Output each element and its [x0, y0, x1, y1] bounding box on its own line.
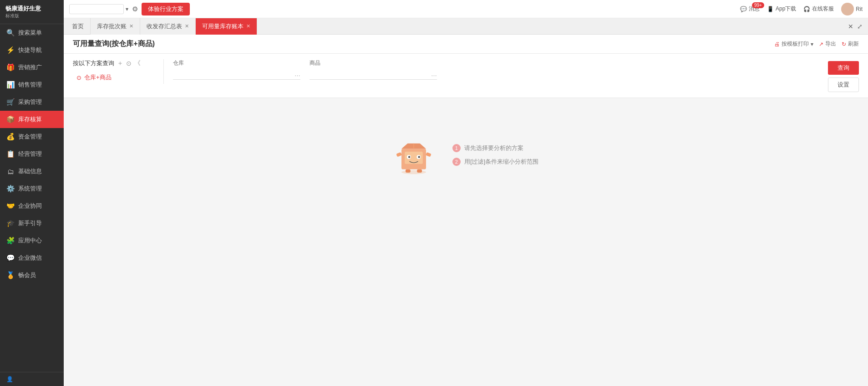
- refresh-action[interactable]: ↻ 刷新: [842, 40, 859, 48]
- topbar-search-input[interactable]: [69, 4, 124, 14]
- product-input-wrapper: …: [310, 69, 437, 80]
- warehouse-more-icon[interactable]: …: [294, 71, 300, 77]
- empty-state-row: 1 请先选择要分析的方案 2 用[过滤]条件来缩小分析范围: [393, 134, 538, 175]
- sidebar-scroll: 🔍搜索菜单⚡快捷导航🎁营销推广📊销售管理🛒采购管理📦库存核算💰资金管理📋经营管理…: [0, 24, 64, 372]
- brand-name: 畅康通好生意: [5, 5, 58, 13]
- svg-point-6: [418, 156, 420, 158]
- app-download-icon: 📱: [767, 6, 774, 12]
- print-dropdown-icon[interactable]: ▾: [811, 41, 813, 47]
- topbar: ▾ ⚙ 体验行业方案 💬 消息 99+ 📱 App下载 🎧 在线客服 Rit: [64, 0, 868, 18]
- main-area: ▾ ⚙ 体验行业方案 💬 消息 99+ 📱 App下载 🎧 在线客服 Rit: [64, 0, 868, 386]
- sidebar-item-finance[interactable]: 💰资金管理: [0, 128, 64, 145]
- sidebar-item-inventory[interactable]: 📦库存核算: [0, 111, 64, 128]
- sidebar-item-system[interactable]: ⚙️系统管理: [0, 180, 64, 197]
- tab-home[interactable]: 首页: [66, 18, 91, 35]
- sidebar-item-apps[interactable]: 🧩应用中心: [0, 232, 64, 249]
- scheme-warehouse-product[interactable]: ⊙ 仓库+商品: [73, 71, 158, 84]
- page-header-actions: 🖨 按模板打印 ▾ ↗ 导出 ↻ 刷新: [774, 40, 859, 48]
- brand-sub: 标准版: [5, 13, 58, 19]
- sidebar-item-marketing[interactable]: 🎁营销推广: [0, 59, 64, 76]
- svg-rect-11: [426, 152, 431, 157]
- scheme-label-text: 仓库+商品: [84, 73, 112, 82]
- tab-receipt-summary-label: 收发存汇总表: [147, 22, 182, 31]
- tab-available-ledger-close[interactable]: ✕: [246, 23, 250, 29]
- print-action[interactable]: 🖨 按模板打印 ▾: [774, 40, 813, 48]
- sidebar-item-newbie[interactable]: 🎓新手引导: [0, 215, 64, 232]
- settings-gear-icon[interactable]: ⚙: [132, 5, 138, 13]
- headset-icon: 🎧: [803, 6, 810, 12]
- collapse-scheme-icon[interactable]: 《: [134, 59, 141, 67]
- tab-available-ledger[interactable]: 可用量库存账本 ✕: [196, 18, 257, 35]
- filter-actions: 查询 设置: [828, 59, 859, 92]
- tab-batch-ledger[interactable]: 库存批次账 ✕: [91, 18, 140, 35]
- warehouse-label: 仓库: [173, 59, 300, 67]
- home-label: 首页: [72, 22, 84, 31]
- username-text: Rit: [856, 6, 863, 12]
- sidebar-item-label: 搜索菜单: [18, 29, 42, 37]
- sidebar-item-sales[interactable]: 📊销售管理: [0, 76, 64, 93]
- print-label: 按模板打印: [782, 40, 809, 48]
- setting-button[interactable]: 设置: [828, 77, 859, 92]
- settings-scheme-icon[interactable]: ⊙: [126, 60, 132, 67]
- topbar-dropdown-icon[interactable]: ▾: [126, 6, 128, 12]
- sidebar-item-label: 系统管理: [18, 185, 42, 193]
- tip-text-2: 用[过滤]条件来缩小分析范围: [464, 158, 538, 166]
- export-icon: ↗: [819, 41, 823, 47]
- product-label: 商品: [310, 59, 437, 67]
- newbie-icon: 🎓: [6, 219, 15, 227]
- sidebar-item-search[interactable]: 🔍搜索菜单: [0, 24, 64, 41]
- message-item[interactable]: 💬 消息 99+: [740, 5, 760, 13]
- sidebar-item-label: 营销推广: [18, 63, 42, 72]
- user-profile-item[interactable]: Rit: [841, 3, 863, 15]
- sidebar-item-shortcut[interactable]: ⚡快捷导航: [0, 41, 64, 59]
- topbar-right: 💬 消息 99+ 📱 App下载 🎧 在线客服 Rit: [740, 3, 863, 15]
- industry-solution-button[interactable]: 体验行业方案: [142, 3, 190, 15]
- member-icon: 🏅: [6, 271, 15, 279]
- sidebar-item-basic[interactable]: 🗂基础信息: [0, 163, 64, 180]
- tabs-controls: ✕ ⤢: [844, 23, 866, 30]
- sidebar-header: 畅康通好生意 标准版: [0, 0, 64, 24]
- empty-state-illustration: [393, 134, 434, 175]
- wechat-icon: 💬: [6, 254, 15, 262]
- app-download-item[interactable]: 📱 App下载: [767, 5, 796, 13]
- sidebar-item-label: 企业协同: [18, 202, 42, 210]
- sidebar-item-label: 资金管理: [18, 133, 42, 141]
- sidebar-item-operations[interactable]: 📋经营管理: [0, 145, 64, 163]
- sidebar-item-purchase[interactable]: 🛒采购管理: [0, 93, 64, 111]
- product-more-icon[interactable]: …: [431, 71, 437, 77]
- sidebar-item-label: 经营管理: [18, 150, 42, 158]
- product-field: 商品 …: [310, 59, 437, 80]
- tab-receipt-summary-close[interactable]: ✕: [185, 23, 189, 29]
- tip-text-1: 请先选择要分析的方案: [464, 144, 523, 152]
- sidebar-item-enterprise[interactable]: 🤝企业协同: [0, 197, 64, 215]
- sidebar-item-label: 销售管理: [18, 81, 42, 89]
- sidebar-item-member[interactable]: 🏅畅会员: [0, 267, 64, 284]
- expand-tab-icon[interactable]: ⤢: [857, 23, 863, 30]
- tab-batch-ledger-close[interactable]: ✕: [129, 23, 133, 29]
- tip-num-1: 1: [452, 144, 461, 152]
- warehouse-field: 仓库 …: [173, 59, 300, 80]
- shortcut-icon: ⚡: [6, 46, 15, 54]
- tab-receipt-summary[interactable]: 收发存汇总表 ✕: [140, 18, 196, 35]
- scheme-label: 按以下方案查询: [73, 59, 114, 67]
- refresh-label: 刷新: [848, 40, 859, 48]
- svg-rect-9: [417, 170, 422, 173]
- query-button[interactable]: 查询: [828, 61, 859, 75]
- finance-icon: 💰: [6, 133, 15, 141]
- close-tab-icon[interactable]: ✕: [848, 23, 853, 30]
- tab-batch-ledger-label: 库存批次账: [97, 22, 127, 31]
- add-scheme-icon[interactable]: ＋: [117, 59, 123, 67]
- online-service-item[interactable]: 🎧 在线客服: [803, 5, 834, 13]
- sidebar-item-label: 应用中心: [18, 237, 42, 245]
- product-input[interactable]: [310, 71, 429, 77]
- sidebar: 畅康通好生意 标准版 🔍搜索菜单⚡快捷导航🎁营销推广📊销售管理🛒采购管理📦库存核…: [0, 0, 64, 386]
- sidebar-item-wechat[interactable]: 💬企业微信: [0, 249, 64, 267]
- empty-state: 1 请先选择要分析的方案 2 用[过滤]条件来缩小分析范围: [64, 98, 868, 212]
- sidebar-item-label: 畅会员: [18, 271, 36, 279]
- svg-rect-10: [396, 152, 402, 157]
- enterprise-icon: 🤝: [6, 202, 15, 210]
- warehouse-input[interactable]: [173, 71, 293, 77]
- tab-available-ledger-label: 可用量库存账本: [202, 22, 244, 31]
- search-icon: 🔍: [6, 29, 15, 37]
- export-action[interactable]: ↗ 导出: [819, 40, 836, 48]
